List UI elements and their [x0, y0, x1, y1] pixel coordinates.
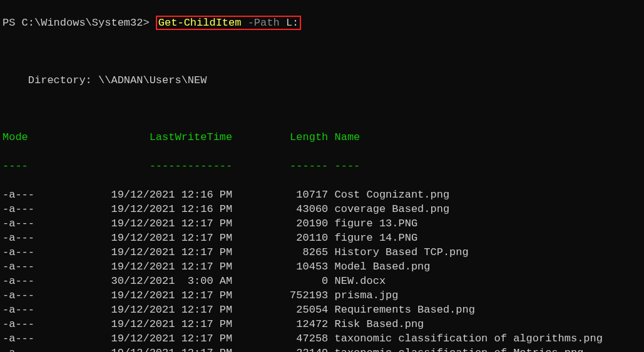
file-row: -a--- 19/12/2021 12:17 PM 22149 taxonomi…: [3, 346, 641, 353]
header-dashes: ---- ------------- ------ ----: [3, 159, 641, 174]
command-highlight-box: Get-ChildItem -Path L:: [156, 16, 301, 31]
file-row: -a--- 19/12/2021 12:17 PM 12472 Risk Bas…: [3, 318, 641, 332]
file-row: -a--- 19/12/2021 12:17 PM 752193 prisma.…: [3, 289, 641, 303]
file-row: -a--- 19/12/2021 12:16 PM 10717 Cost Cog…: [3, 188, 641, 203]
directory-line: Directory: \\ADNAN\Users\NEW: [3, 74, 641, 88]
blank-line: [3, 103, 641, 117]
file-row: -a--- 19/12/2021 12:17 PM 20190 figure 1…: [3, 217, 641, 231]
file-row: -a--- 19/12/2021 12:17 PM 8265 History B…: [3, 246, 641, 260]
prompt-prefix: PS C:\Windows\System32>: [3, 17, 156, 29]
file-row: -a--- 30/12/2021 3:00 AM 0 NEW.docx: [3, 274, 641, 289]
command-line-1: PS C:\Windows\System32> Get-ChildItem -P…: [3, 16, 641, 31]
file-row: -a--- 19/12/2021 12:17 PM 20110 figure 1…: [3, 231, 641, 246]
header-row: Mode LastWriteTime Length Name: [3, 131, 641, 145]
blank-line: [3, 45, 641, 59]
cmdlet-name: Get-ChildItem: [158, 17, 242, 29]
cmd-arg: L:: [286, 17, 299, 29]
file-row: -a--- 19/12/2021 12:17 PM 25054 Requirem…: [3, 303, 641, 318]
file-row: -a--- 19/12/2021 12:16 PM 43060 coverage…: [3, 203, 641, 217]
powershell-terminal[interactable]: PS C:\Windows\System32> Get-ChildItem -P…: [0, 0, 644, 352]
cmd-param: -Path: [241, 17, 285, 29]
file-row: -a--- 19/12/2021 12:17 PM 10453 Model Ba…: [3, 260, 641, 274]
file-row: -a--- 19/12/2021 12:17 PM 47258 taxonomi…: [3, 332, 641, 346]
